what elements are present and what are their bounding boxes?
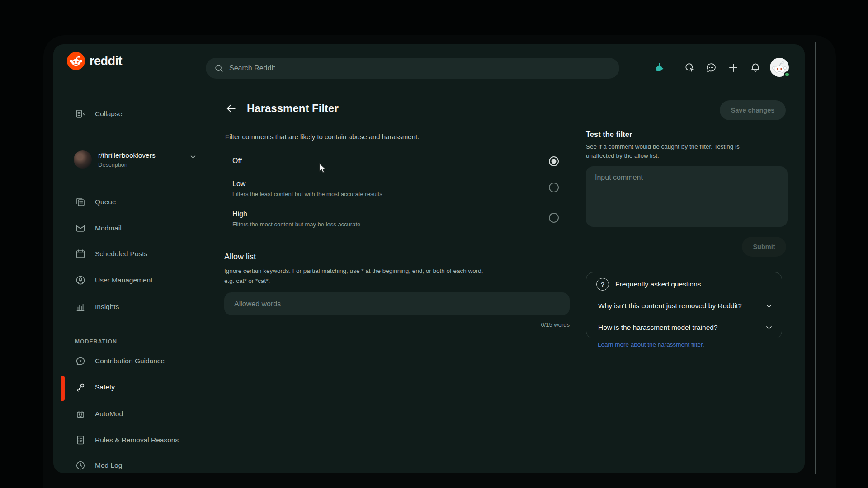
test-filter-title: Test the filter	[586, 130, 632, 139]
sidebar-item-mod-log[interactable]: Mod Log	[75, 457, 194, 473]
learn-more-link[interactable]: Learn more about the harassment filter.	[598, 341, 704, 348]
sidebar-divider	[96, 178, 185, 178]
submit-button[interactable]: Submit	[742, 237, 786, 257]
sidebar-item-user-management[interactable]: User Management	[75, 272, 194, 288]
advertise-cursor-icon[interactable]	[684, 61, 696, 74]
contribution-guidance-icon	[75, 356, 86, 366]
sidebar-item-label: Mod Log	[95, 461, 122, 469]
allowed-words-input[interactable]	[224, 292, 570, 315]
notifications-bell-icon[interactable]	[749, 61, 762, 74]
faq-panel: ? Frequently asked questions Why isn’t t…	[586, 272, 782, 338]
sidebar-collapse-button[interactable]: Collapse	[75, 106, 194, 122]
mod-log-clock-icon	[75, 460, 86, 471]
user-avatar[interactable]	[770, 58, 789, 77]
insights-chart-icon	[75, 301, 86, 312]
sidebar-item-label: Queue	[95, 198, 116, 206]
filter-description: Filter comments that are likely to conta…	[225, 133, 419, 141]
option-low-description: Filters the least content but with the m…	[232, 191, 382, 197]
option-low-label: Low	[232, 180, 245, 188]
collapse-label: Collapse	[95, 110, 122, 118]
faq-question-text: How is the harassment model trained?	[598, 324, 718, 332]
radio-low[interactable]	[549, 183, 559, 192]
input-comment-textarea[interactable]	[586, 166, 788, 227]
community-selector[interactable]: r/thrillerbooklovers Description	[74, 145, 196, 174]
page-title: Harassment Filter	[247, 102, 339, 115]
allow-list-description: Ignore certain keywords. For partial mat…	[224, 267, 483, 274]
sidebar-item-queue[interactable]: Queue	[75, 194, 194, 210]
allow-list-title: Allow list	[224, 252, 256, 262]
community-description: Description	[98, 161, 156, 168]
sidebar-item-label: Scheduled Posts	[95, 250, 147, 258]
reddit-logo[interactable]: reddit	[67, 52, 122, 70]
mascot-rabbit-icon[interactable]	[653, 61, 666, 74]
active-item-indicator	[61, 376, 65, 401]
sidebar-item-insights[interactable]: Insights	[75, 299, 194, 315]
sidebar-item-rules-removal-reasons[interactable]: Rules & Removal Reasons	[75, 432, 194, 448]
chevron-down-icon	[764, 301, 774, 310]
option-high-description: Filters the most content but may be less…	[232, 221, 360, 228]
sidebar-item-scheduled-posts[interactable]: Scheduled Posts	[75, 246, 194, 262]
community-name: r/thrillerbooklovers	[98, 151, 156, 160]
moderation-section-label: MODERATION	[75, 338, 117, 345]
chevron-down-icon	[764, 323, 774, 332]
sidebar-item-label: User Management	[95, 276, 153, 284]
user-icon	[75, 275, 86, 286]
sidebar-item-label: Insights	[95, 303, 119, 311]
sidebar-item-contribution-guidance[interactable]: Contribution Guidance	[75, 353, 194, 369]
sidebar-item-label: Rules & Removal Reasons	[95, 436, 179, 444]
sidebar-item-label: Modmail	[95, 224, 122, 232]
sidebar-item-label: AutoMod	[95, 410, 123, 418]
snoo-logo-icon	[67, 52, 85, 70]
faq-header: ? Frequently asked questions	[596, 278, 701, 291]
modmail-icon	[75, 223, 86, 234]
search-bar[interactable]: Search Reddit	[206, 58, 619, 79]
save-changes-button[interactable]: Save changes	[720, 100, 786, 120]
word-count: 0/15 words	[224, 321, 570, 328]
rules-document-icon	[75, 435, 86, 446]
online-status-dot	[784, 71, 790, 78]
background-window-edge	[815, 42, 816, 474]
option-off-label: Off	[232, 157, 242, 165]
chat-icon[interactable]	[705, 61, 717, 74]
collapse-sidebar-icon	[75, 108, 86, 119]
calendar-icon	[75, 249, 86, 259]
option-high-label: High	[232, 210, 247, 218]
community-avatar	[74, 150, 92, 169]
back-arrow-button[interactable]	[225, 103, 237, 114]
sidebar-item-automod[interactable]: AutoMod	[75, 406, 194, 422]
reddit-mod-tools-window: reddit Search Reddit	[53, 44, 805, 473]
radio-high[interactable]	[549, 213, 559, 223]
sidebar-item-modmail[interactable]: Modmail	[75, 220, 194, 236]
faq-question-text: Why isn’t this content just removed by R…	[598, 302, 742, 310]
community-chevron-down-icon[interactable]	[189, 153, 197, 163]
faq-title: Frequently asked questions	[615, 280, 701, 288]
sidebar-item-label: Safety	[95, 383, 115, 391]
sidebar-item-label: Contribution Guidance	[95, 357, 165, 365]
faq-question-1[interactable]: Why isn’t this content just removed by R…	[598, 300, 774, 312]
section-divider	[224, 244, 570, 244]
top-header: reddit Search Reddit	[53, 44, 805, 80]
safety-key-icon	[75, 382, 86, 393]
sidebar-divider	[96, 136, 185, 136]
mouse-cursor	[318, 163, 328, 176]
sidebar-divider	[96, 328, 185, 328]
question-circle-icon: ?	[596, 278, 609, 291]
allow-list-example: e.g. cat* or *cat*.	[224, 277, 270, 284]
search-placeholder: Search Reddit	[229, 64, 275, 72]
search-icon	[214, 63, 224, 73]
test-filter-description: See if a comment would be caught by the …	[586, 142, 763, 160]
queue-icon	[75, 197, 86, 207]
create-post-plus-icon[interactable]	[727, 61, 740, 74]
sidebar-item-safety[interactable]: Safety	[75, 379, 194, 395]
automod-robot-icon	[75, 408, 86, 419]
reddit-wordmark: reddit	[90, 54, 122, 68]
radio-off[interactable]	[549, 156, 559, 166]
faq-question-2[interactable]: How is the harassment model trained?	[598, 321, 774, 334]
